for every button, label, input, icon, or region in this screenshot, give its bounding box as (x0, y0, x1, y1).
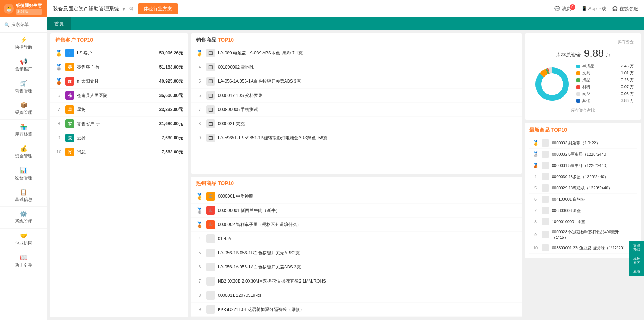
rank-badge: 5 (196, 79, 203, 84)
gear-icon[interactable]: ⚙ (129, 5, 134, 12)
online-service-btn[interactable]: 🎧 在线客服 (612, 5, 638, 12)
app-download-btn[interactable]: 📱 App下载 (581, 5, 606, 12)
customer-value: 21,680.00元 (159, 121, 183, 127)
rank-badge: 10 (532, 246, 539, 250)
list-item: 9🔲LA-59651-1B 59651-1B旋转投影灯电池盒ABS黑色+58克 (191, 131, 522, 145)
rank-badge: 8 (532, 220, 539, 224)
sidebar-item-basic[interactable]: 📋 基础信息 (0, 185, 47, 207)
inventory-legend: 半成品12.45 万文具1.01 万成品0.25 万材料0.07 万肉类-0.0… (576, 63, 634, 105)
top-products-list: 🥇🔲LA-089 电池盖 LA-089 ABS本色+黑种 7.1克4🔲00100… (191, 46, 522, 145)
product-name: LA-59651-1B 59651-1B旋转投影灯电池盒ABS黑色+58克 (218, 135, 517, 141)
tab-home[interactable]: 首页 (47, 17, 71, 30)
legend-value: 0.07 万 (621, 84, 634, 90)
messages-btn[interactable]: 💬 消息 6 (554, 5, 575, 12)
sidebar-item-guide[interactable]: 📖 新手引导 (0, 250, 47, 272)
sidebar-item-quick-nav[interactable]: ⚡ 快捷导航 (0, 33, 47, 54)
operation-icon: 📊 (20, 167, 27, 174)
legend-item: 文具1.01 万 (576, 70, 634, 76)
inventory-card-header: 库存资金 (529, 38, 637, 45)
product-icon: 🔲 (206, 91, 215, 100)
sidebar-item-purchase[interactable]: 📦 采购管理 (0, 98, 47, 120)
rank-badge: 6 (532, 197, 539, 201)
donut-chart (532, 64, 572, 104)
customer-value: 33,333.00元 (159, 107, 183, 113)
product-name: 0000033 封边带（1.0*22） (552, 140, 634, 146)
legend-value: 12.45 万 (619, 63, 634, 69)
customer-name: 苍南县人民医院 (77, 93, 156, 99)
product-icon (542, 162, 549, 169)
system-label: 系统管理 (15, 218, 32, 225)
system-title-group: 装备及固定资产辅助管理系统 ▼ ⚙ (53, 5, 134, 12)
search-menu-btn[interactable]: 🔍 搜索菜单 (3, 20, 44, 29)
product-icon: 🔲 (206, 105, 215, 114)
rank-badge: 4 (196, 65, 203, 70)
list-item: 8零零售客户-于21,680.00元 (50, 117, 188, 131)
sidebar-item-inventory[interactable]: 🏪 库存核算 (0, 120, 47, 141)
legend-item: 其他-3.86 万 (576, 98, 634, 103)
rank-badge: 🥉 (55, 78, 62, 85)
finance-icon: 💰 (20, 145, 27, 152)
product-name: 01 45# (218, 236, 517, 241)
customer-name: 零售客户-许 (77, 64, 156, 70)
rank-badge: 🥇 (196, 50, 203, 57)
product-icon (542, 231, 549, 238)
legend-label: 文具 (582, 70, 619, 76)
list-item: 🥈零零售客户-许51,183.00元 (50, 60, 188, 74)
legend-dot (576, 78, 580, 82)
product-name: 0000002 智利车子里（规格不知道填什么） (218, 222, 517, 228)
list-item: 9云云扬7,680.00元 (50, 131, 188, 145)
legend-value: 0.25 万 (621, 77, 634, 83)
product-name: LA-056-1A 056-1A白色按键开关盖ABS 3克 (218, 264, 517, 270)
list-item: 6LA-056-1A 056-1A白色按键开关盖ABS 3克 (191, 260, 522, 274)
trial-button[interactable]: 体验行业方案 (138, 3, 178, 14)
sidebar-item-operation[interactable]: 📊 经营管理 (0, 163, 47, 185)
rank-badge: 🥇 (532, 140, 539, 146)
rank-badge: 6 (196, 93, 203, 98)
purchase-icon: 📦 (20, 102, 27, 108)
dropdown-icon[interactable]: ▼ (121, 6, 126, 12)
sidebar-item-finance[interactable]: 💰 资金管理 (0, 141, 47, 163)
product-name: 000800008 原垄 (552, 208, 634, 213)
top-customers-title-text: 销售客户 TOP10 (55, 37, 93, 43)
logo-icon: 🐣 (4, 4, 14, 14)
rank-badge: 7 (532, 208, 539, 213)
sidebar-item-sales[interactable]: 🛒 销售管理 (0, 76, 47, 98)
marketing-icon: 📢 (20, 58, 27, 65)
list-item: 5LA-056-1B 056-1B白色按键开关壳ABS2克 (191, 246, 522, 260)
list-item: 5🔲LA-056-1A 056-1A白色按键开关盖ABS 3克 (191, 74, 522, 89)
rank-badge: 🥉 (196, 221, 203, 228)
product-name: LA-056-1B 056-1B白色按键开关壳ABS2克 (218, 250, 517, 256)
customer-value: 7,563.00元 (162, 149, 183, 155)
product-name: 0000031 5厘中纤（1220*2440） (552, 163, 634, 168)
float-btn-service[interactable]: 客服热线 (629, 241, 644, 254)
product-icon (542, 173, 549, 180)
rank-badge: 🥈 (196, 207, 203, 214)
avatar: L (65, 49, 74, 57)
avatar: 星 (65, 105, 74, 114)
sales-label: 销售管理 (15, 88, 32, 94)
product-name: LA-089 电池盖 LA-089 ABS本色+黑种 7.1克 (218, 50, 517, 56)
sidebar-item-collab[interactable]: 🤝 企业协同 (0, 229, 47, 250)
inventory-chart-label: 库存资金占比 (529, 108, 637, 115)
float-btn-live[interactable]: 直播 (629, 267, 644, 276)
rank-badge: 🥇 (196, 193, 203, 200)
float-btn-community[interactable]: 服务社区 (629, 254, 644, 267)
rank-badge: 9 (196, 307, 203, 312)
sidebar-item-marketing[interactable]: 📢 营销推广 (0, 54, 47, 76)
list-item: 50000029 18颗粒板（1220*2440） (529, 182, 637, 194)
product-icon: 🖼 (206, 192, 215, 201)
sidebar-item-system[interactable]: ⚙️ 系统管理 (0, 207, 47, 229)
avatar: 肖 (65, 148, 74, 156)
sidebar-search-area[interactable]: 🔍 搜索菜单 (0, 17, 47, 33)
product-name: 000800005 手机测试 (218, 107, 517, 113)
list-item: 80000011 12070519-xs (191, 288, 522, 303)
product-icon: 🖼 (206, 220, 215, 229)
list-item: 🥇🔲LA-089 电池盖 LA-089 ABS本色+黑种 7.1克 (191, 46, 522, 60)
inventory-card: 库存资金 库存总资金 9.88 万 (525, 33, 641, 120)
product-name: 0000028 体减荔枝味苏打饮品400毫升（1*15） (552, 229, 634, 240)
customer-name: 零售客户-于 (77, 121, 156, 127)
legend-label: 其他 (582, 98, 617, 103)
product-name: 0000011 12070519-xs (218, 293, 517, 298)
product-icon: 🔲 (206, 63, 215, 71)
list-item: 401 45# (191, 232, 522, 246)
